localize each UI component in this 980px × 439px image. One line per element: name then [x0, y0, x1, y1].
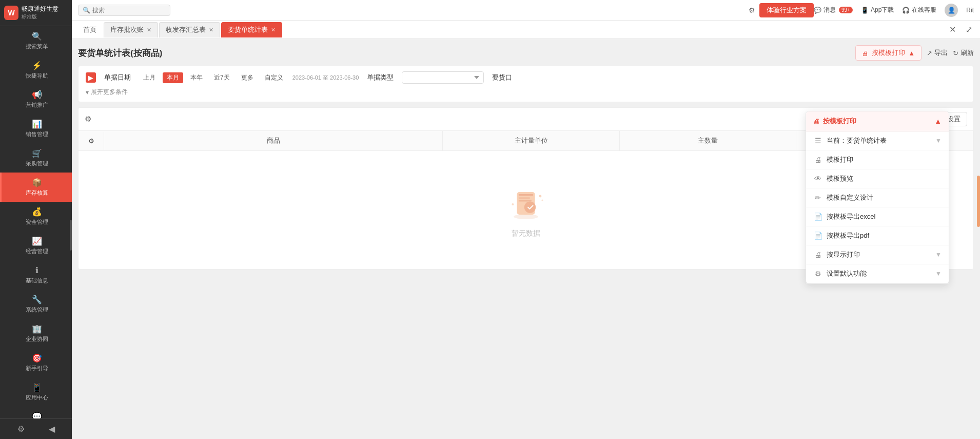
headset-icon: 🎧	[902, 7, 910, 14]
expand-more-btn[interactable]: ▾ 展开更多条件	[86, 88, 966, 97]
sidebar-item-enterprise[interactable]: 🏢 企业协同	[0, 319, 72, 348]
yh-filter-label: 要货口	[492, 73, 512, 82]
sidebar-item-enterprise-wechat[interactable]: 💬 企业微信	[0, 407, 72, 418]
sidebar-item-purchase[interactable]: 🛒 采购管理	[0, 143, 72, 173]
gear-icon[interactable]: ⚙	[749, 6, 755, 14]
printer-icon: 🖨	[862, 49, 869, 57]
tab-home[interactable]: 首页	[77, 22, 103, 37]
close-order-stats-tab[interactable]: ✕	[271, 27, 276, 33]
close-inventory-batch-tab[interactable]: ✕	[147, 27, 151, 33]
print-dropdown-panel: 🖨 按模板打印 ▲ ☰ 当前：要货单统计表 ▼ 🖨 模板打印 👁 模板预览	[806, 111, 949, 284]
table-settings-icon[interactable]: ⚙	[85, 114, 91, 124]
template-print-icon: 🖨	[813, 156, 822, 164]
print-button[interactable]: 🖨 按模板打印 ▲	[855, 45, 922, 61]
avatar[interactable]: 👤	[945, 4, 958, 17]
messages-item[interactable]: 💬 消息 99+	[814, 6, 853, 14]
col-qty: 主数量	[620, 131, 797, 150]
export-icon: ↗	[927, 49, 932, 57]
sidebar-item-new-guide[interactable]: 🎯 新手引导	[0, 348, 72, 377]
finance-icon: 💰	[32, 207, 42, 217]
dropdown-item-default-func[interactable]: ⚙ 设置默认功能 ▼	[806, 264, 949, 283]
home-tab-label: 首页	[83, 25, 96, 34]
page-header: 要货单统计表(按商品) 🖨 按模板打印 ▲ ↗ 导出 ↻ 刷新	[78, 45, 974, 61]
type-filter-select[interactable]	[402, 71, 484, 84]
online-service-item[interactable]: 🎧 在线客服	[902, 6, 936, 14]
dropdown-item-display-print[interactable]: 🖨 按显示打印 ▼	[806, 245, 949, 264]
sidebar-item-app-center[interactable]: 📱 应用中心	[0, 377, 72, 407]
close-collection-summary-tab[interactable]: ✕	[209, 27, 213, 33]
new-guide-icon: 🎯	[32, 353, 42, 363]
close-all-tabs-button[interactable]: ✕	[946, 24, 958, 36]
date-more[interactable]: 更多	[237, 72, 258, 83]
tab-inventory-batch[interactable]: 库存批次账 ✕	[104, 22, 158, 37]
tabs-right: ✕ ⤢	[946, 24, 975, 36]
sidebar: W 畅康通好生意 标准版 🔍 搜索菜单 ⚡ 快捷导航 📢 营销推广 📊 销售管理…	[0, 0, 72, 439]
sidebar-item-operations[interactable]: 📈 经营管理	[0, 231, 72, 260]
svg-point-5	[524, 201, 536, 213]
sales-icon: 📊	[32, 119, 42, 129]
tab-order-stats[interactable]: 要货单统计表 ✕	[221, 22, 282, 37]
sidebar-item-sales[interactable]: 📊 销售管理	[0, 114, 72, 143]
maximize-button[interactable]: ⤢	[963, 24, 975, 36]
dropdown-item-template-design[interactable]: ✏ 模板自定义设计	[806, 188, 949, 207]
export-pdf-icon: 📄	[813, 232, 822, 240]
app-name: 畅康通好生意	[22, 5, 58, 13]
export-button[interactable]: ↗ 导出	[927, 48, 948, 58]
date-range-display: 2023-06-01 至 2023-06-30	[292, 74, 359, 82]
svg-point-6	[539, 195, 542, 198]
dropdown-header-title: 🖨 按模板打印	[813, 117, 856, 126]
date-prev-month[interactable]: 上月	[139, 72, 160, 83]
experience-button[interactable]: 体验行业方案	[759, 3, 814, 17]
dropdown-item-template-print[interactable]: 🖨 模板打印	[806, 150, 949, 169]
dropdown-collapse-icon[interactable]: ▲	[934, 117, 942, 125]
filter-area: ▶ 单据日期 上月 本月 本年 近7天 更多 自定义 2023-06-01 至 …	[78, 66, 974, 102]
dropdown-item-template-preview[interactable]: 👁 模板预览	[806, 169, 949, 188]
sidebar-item-finance[interactable]: 💰 资金管理	[0, 202, 72, 231]
app-badge: 标准版	[22, 13, 58, 21]
sidebar-item-system[interactable]: 🔧 系统管理	[0, 290, 72, 319]
date-filter-label: 单据日期	[104, 73, 131, 82]
system-icon: 🔧	[32, 295, 42, 304]
sidebar-bottom: ⚙ ◀	[0, 418, 72, 439]
sidebar-item-basic-info[interactable]: ℹ 基础信息	[0, 260, 72, 290]
date-last7days[interactable]: 近7天	[210, 72, 234, 83]
settings-bottom-icon[interactable]: ⚙	[17, 424, 25, 434]
app-center-icon: 📱	[32, 383, 42, 392]
date-custom[interactable]: 自定义	[261, 72, 287, 83]
chevron-right-icon: ▼	[935, 137, 942, 144]
sidebar-item-quick-nav[interactable]: ⚡ 快捷导航	[0, 55, 72, 85]
inventory-icon: 📦	[32, 178, 42, 187]
type-filter-label: 单据类型	[367, 73, 394, 82]
username-label: Rit	[966, 7, 974, 14]
dropdown-item-export-excel[interactable]: 📄 按模板导出excel	[806, 207, 949, 226]
col-settings[interactable]: ⚙	[79, 132, 104, 150]
app-download-item[interactable]: 📱 App下载	[861, 6, 894, 14]
topbar-search[interactable]: 🔍	[78, 5, 170, 16]
col-unit: 主计量单位	[443, 131, 620, 150]
main-content: 🔍 ⚙ 体验行业方案 💬 消息 99+ 📱 App下载 🎧 在线客服 👤 R	[72, 0, 980, 439]
search-topbar-icon: 🔍	[83, 7, 90, 14]
date-current-year[interactable]: 本年	[186, 72, 207, 83]
sidebar-item-inventory[interactable]: 📦 库存核算	[0, 173, 72, 202]
page-content: 要货单统计表(按商品) 🖨 按模板打印 ▲ ↗ 导出 ↻ 刷新	[72, 39, 980, 439]
logo-icon: W	[4, 6, 18, 20]
chevron-down-icon: ▾	[86, 89, 89, 96]
date-options: 上月 本月 本年 近7天 更多 自定义 2023-06-01 至 2023-06…	[139, 72, 359, 83]
tab-collection-summary[interactable]: 收发存汇总表 ✕	[159, 22, 220, 37]
enterprise-wechat-icon: 💬	[32, 412, 42, 418]
date-current-month[interactable]: 本月	[163, 72, 183, 83]
collapse-icon[interactable]: ◀	[49, 424, 55, 434]
default-func-arrow: ▼	[935, 270, 942, 277]
right-scrollbar[interactable]	[977, 176, 980, 227]
refresh-button[interactable]: ↻ 刷新	[953, 48, 974, 58]
search-input[interactable]	[92, 7, 159, 14]
dropdown-item-export-pdf[interactable]: 📄 按模板导出pdf	[806, 226, 949, 245]
svg-point-7	[541, 199, 543, 201]
sidebar-item-marketing[interactable]: 📢 营销推广	[0, 85, 72, 114]
filter-collapse-btn[interactable]: ▶	[86, 72, 96, 83]
svg-point-0	[514, 214, 538, 219]
dropdown-item-current[interactable]: ☰ 当前：要货单统计表 ▼	[806, 131, 949, 150]
sidebar-item-search[interactable]: 🔍 搜索菜单	[0, 26, 72, 55]
app-download-icon: 📱	[861, 7, 869, 14]
col-gear-icon: ⚙	[88, 137, 94, 145]
